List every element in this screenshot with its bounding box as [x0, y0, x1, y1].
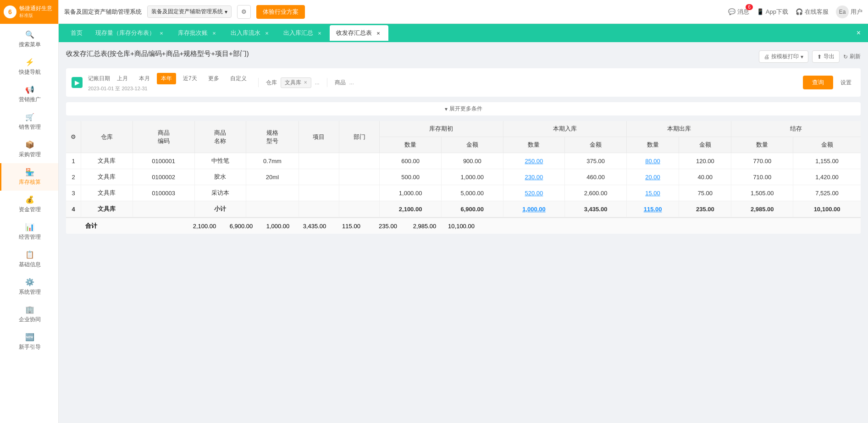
- row-in-qty[interactable]: 230.00: [503, 169, 565, 185]
- row-out-qty[interactable]: 15.00: [626, 185, 679, 201]
- online-service-btn[interactable]: 🎧 在线客服: [796, 8, 829, 16]
- tab-receive-summary[interactable]: 收发存汇总表×: [330, 25, 388, 41]
- footer-bal-qty: 2,985.00: [406, 223, 443, 230]
- topbar-right: 💬 消息 6 📱 App下载 🎧 在线客服 Ea 用户: [728, 5, 862, 18]
- row-bal-qty: 770.00: [731, 153, 793, 169]
- system-dropdown[interactable]: 装备及固定资产辅助管理系统 ▾: [147, 5, 232, 18]
- row-out-amt: 235.00: [679, 201, 731, 217]
- row-bal-amt: 7,525.00: [793, 185, 861, 201]
- sidebar-item-label-operations: 经营管理: [19, 233, 41, 241]
- footer-open-qty: 2,100.00: [186, 223, 223, 230]
- sidebar-item-sales[interactable]: 🛒 销售管理: [0, 108, 58, 136]
- main-content: 装备及固定资产辅助管理系统 装备及固定资产辅助管理系统 ▾ ⚙ 体验行业方案 💬…: [59, 0, 868, 423]
- tab-close-batch[interactable]: ×: [210, 29, 218, 37]
- settings-link[interactable]: 设置: [837, 77, 855, 88]
- date-btn-自定义[interactable]: 自定义: [226, 73, 251, 84]
- tab-batch[interactable]: 库存批次账×: [171, 25, 224, 41]
- col-goods-name-header: 商品名称: [194, 121, 246, 153]
- sidebar-item-enterprise[interactable]: 🏢 企业协同: [0, 301, 58, 328]
- col-open-amt-header: 金额: [441, 137, 503, 153]
- tab-label-receive-summary: 收发存汇总表: [336, 29, 372, 37]
- row-in-qty[interactable]: 520.00: [503, 185, 565, 201]
- row-no: 4: [66, 201, 81, 217]
- sidebar-item-operations[interactable]: 📊 经营管理: [0, 218, 58, 246]
- row-out-qty[interactable]: 115.00: [626, 201, 679, 217]
- query-btn[interactable]: 查询: [803, 76, 833, 89]
- date-btn-本月[interactable]: 本月: [135, 73, 154, 84]
- table-row: 3 文具库 0100003 采访本 1,000.00 5,000.00 520.…: [66, 185, 861, 201]
- tab-close-receive-summary[interactable]: ×: [375, 29, 382, 37]
- date-btn-上月[interactable]: 上月: [113, 73, 132, 84]
- sidebar-item-system[interactable]: ⚙️ 系统管理: [0, 273, 58, 301]
- user-menu[interactable]: Ea 用户: [836, 5, 862, 18]
- row-in-amt: 460.00: [565, 169, 627, 185]
- row-bal-qty: 1,505.00: [731, 185, 793, 201]
- row-open-amt: 5,000.00: [441, 185, 503, 201]
- close-icon-stock-dist: ×: [160, 30, 163, 37]
- sidebar-item-purchase[interactable]: 📦 采购管理: [0, 136, 58, 163]
- row-goods-spec: 20ml: [246, 169, 299, 185]
- filter-collapse-btn[interactable]: ▶: [72, 77, 83, 88]
- col-out-qty-header: 数量: [626, 137, 679, 153]
- tab-label-home: 首页: [71, 29, 83, 37]
- tab-close-stock-dist[interactable]: ×: [158, 29, 165, 37]
- warehouse-tag[interactable]: 文具库 ×: [281, 77, 311, 88]
- warehouse-tag-close-icon[interactable]: ×: [304, 79, 307, 86]
- sidebar-item-search[interactable]: 🔍 搜索菜单: [0, 26, 58, 53]
- row-goods-spec: 0.7mm: [246, 153, 299, 169]
- app-download-btn[interactable]: 📱 App下载: [757, 8, 788, 16]
- tab-stock-dist[interactable]: 现存量（库存分布表）×: [89, 25, 171, 41]
- date-btn-本年[interactable]: 本年: [157, 73, 176, 84]
- export-icon: ⬆: [817, 54, 822, 60]
- date-btn-近7天[interactable]: 近7天: [179, 73, 201, 84]
- trial-btn[interactable]: 体验行业方案: [256, 5, 305, 19]
- page-title: 收发存汇总表(按仓库+商品编码+商品+规格型号+项目+部门): [66, 49, 249, 58]
- tab-flow[interactable]: 出入库流水×: [224, 25, 277, 41]
- row-out-qty[interactable]: 20.00: [626, 169, 679, 185]
- table-row: 2 文具库 0100002 胶水 20ml 500.00 1,000.00 23…: [66, 169, 861, 185]
- print-btn[interactable]: 🖨 按模板打印 ▾: [759, 50, 808, 63]
- tab-close-flow[interactable]: ×: [263, 29, 271, 37]
- row-dept: [339, 169, 379, 185]
- col-goods-code-header: 商品编码: [133, 121, 194, 153]
- headset-icon: 🎧: [796, 8, 803, 15]
- sidebar-item-label-system: 系统管理: [19, 288, 41, 296]
- expand-more-btn[interactable]: ▾ 展开更多条件: [66, 102, 861, 115]
- tab-close-summary[interactable]: ×: [316, 29, 323, 37]
- logo-icon: 6: [4, 5, 17, 18]
- expand-label: 展开更多条件: [449, 105, 482, 113]
- col-settings[interactable]: ⚙: [66, 121, 81, 153]
- tabbar-close-all[interactable]: ×: [855, 27, 862, 39]
- sidebar-item-marketing[interactable]: 📢 营销推广: [0, 81, 58, 108]
- date-range: 2023-01-01 至 2023-12-31: [88, 85, 251, 92]
- data-table: ⚙ 仓库 商品编码 商品名称 规格型号 项目 部门 库存期初 本期入库 本期出库…: [66, 121, 861, 217]
- row-in-qty[interactable]: 1,000.00: [503, 201, 565, 217]
- tab-label-batch: 库存批次账: [178, 29, 208, 37]
- row-goods-name: 小计: [194, 201, 246, 217]
- message-btn[interactable]: 💬 消息 6: [728, 8, 749, 16]
- sidebar-item-new-guide[interactable]: 🆕 新手引导: [0, 328, 58, 356]
- tab-summary[interactable]: 出入库汇总×: [277, 25, 330, 41]
- footer-in-amt: 3,435.00: [296, 223, 333, 230]
- tab-home[interactable]: 首页: [64, 25, 89, 41]
- refresh-btn[interactable]: ↻ 刷新: [843, 53, 861, 60]
- sidebar-item-base-info[interactable]: 📋 基础信息: [0, 246, 58, 273]
- commodity-more[interactable]: ...: [349, 79, 354, 86]
- system-title: 装备及固定资产辅助管理系统: [64, 8, 142, 16]
- divider1: [258, 78, 259, 87]
- row-out-qty[interactable]: 80.00: [626, 153, 679, 169]
- inventory-icon: 🏪: [25, 168, 34, 176]
- col-in-header: 本期入库: [503, 121, 626, 137]
- row-in-amt: 2,600.00: [565, 185, 627, 201]
- commodity-filter: 商品 ...: [335, 79, 354, 87]
- row-in-qty[interactable]: 250.00: [503, 153, 565, 169]
- topbar-settings-btn[interactable]: ⚙: [237, 5, 251, 19]
- sidebar-item-finance[interactable]: 💰 资金管理: [0, 191, 58, 218]
- warehouse-more[interactable]: ...: [315, 79, 320, 86]
- date-btn-更多[interactable]: 更多: [204, 73, 223, 84]
- sidebar-item-quick-nav[interactable]: ⚡ 快捷导航: [0, 53, 58, 81]
- row-out-amt: 40.00: [679, 169, 731, 185]
- close-icon-flow: ×: [265, 30, 269, 37]
- sidebar-item-inventory[interactable]: 🏪 库存核算: [0, 163, 58, 191]
- export-btn[interactable]: ⬆ 导出: [812, 50, 840, 63]
